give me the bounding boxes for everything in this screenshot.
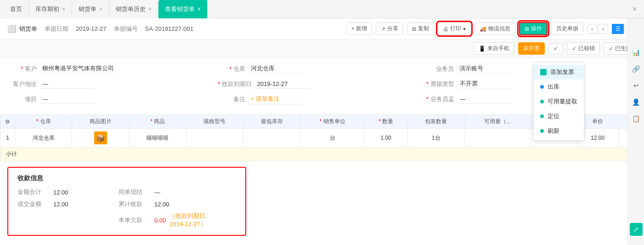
print-button[interactable]: 🖨 打印 ▾ [438,23,471,35]
sidebar-icon-2[interactable]: 🔗 [630,63,643,75]
row-qty: 1.00 [364,129,407,148]
prev-button[interactable]: ‹ [587,24,597,34]
history-button[interactable]: 历史单据 [551,23,583,35]
same-order-item: 同单现结 — [119,188,220,196]
right-sidebar: 📊 🔗 ↩ 👤 📋 ⤢ [627,18,644,245]
payment-grid: 金额合计 12.00 同单现结 — 成交金额 12.00 累计收款 12.00 … [17,188,236,228]
payment-date-field: 收款到期日 2019-12-27 [218,80,426,89]
payment-box: 收款信息 金额合计 12.00 同单现结 — 成交金额 12.00 累计收款 1… [7,167,246,236]
total-amount-item: 金额合计 12.00 [17,188,119,196]
sidebar-expand-button[interactable]: ⤢ [630,223,643,236]
transaction-item: 成交金额 12.00 [17,200,119,208]
col-settings[interactable]: ⚙ [0,115,15,129]
project-field: 项目 — [9,95,218,104]
print-label: 打印 [450,25,461,33]
sidebar-icon-3[interactable]: ↩ [630,79,643,92]
not-opened-button[interactable]: 未开票 [518,42,545,55]
sidebar-icon-1[interactable]: 📊 [630,46,643,59]
ops-button[interactable]: ⊞ 操作 [519,22,548,35]
tab-sales-order[interactable]: 销货单 × [72,0,109,18]
share-button[interactable]: ↗ 分享 [376,23,403,35]
tab-bar: 首页 库存期初 × 销货单 × 销货单历史 × 查看销货单 × × [0,0,644,18]
tab-bar-close[interactable]: × [629,5,640,13]
sidebar-icon-4[interactable]: 👤 [630,96,643,108]
payment-title: 收款信息 [17,174,236,182]
col-pkg-qty: 包装数量 [407,115,464,129]
cumulative-item: 累计收款 12.00 [119,200,220,208]
dropdown-item-available-qty[interactable]: 可用量提取 [534,94,584,109]
new-button[interactable]: + 新增 [346,23,372,35]
tab-sales-order-close[interactable]: × [99,6,102,12]
refresh-label: 刷新 [548,127,559,135]
due-item: 本单欠款 0.00 （收款到期日: 2019-12-27） [119,212,220,228]
staff-value: 演示账号 [457,63,512,74]
customer-label: 客户 [9,65,37,73]
no-value: SA-20191227-001 [145,25,194,32]
row-product: 嘻嘻嘻嘻 [129,129,186,148]
tab-sales-history[interactable]: 销货单历史 × [109,0,158,18]
row-available [464,129,530,148]
ticket-label: 票据类型 [426,80,454,88]
customer-value: 柳州粤港平安气体有限公司 [40,63,117,74]
row-min-stock [243,129,300,148]
warehouse-value: 河北仓库 [248,63,303,74]
next-button[interactable]: › [598,24,608,34]
col-qty: 数量 [364,115,407,129]
row-no: 1 [0,129,15,148]
project-value: — [40,95,95,104]
payment-section: 收款信息 金额合计 12.00 同单现结 — 成交金额 12.00 累计收款 1… [0,161,644,241]
dropdown-item-outbound[interactable]: 出库 [534,80,584,94]
payment-date-label: 收款到期日 [218,80,252,88]
col-available: 可用量（... [464,115,530,129]
from-mobile-button[interactable]: 📱 来自手机 [474,42,514,55]
row-spec [186,129,243,148]
cumulative-value: 12.00 [154,201,169,208]
transaction-label: 成交金额 [17,200,50,208]
logistics-button[interactable]: 🚚 物流信息 [475,23,515,35]
view-list-button[interactable]: ☰ [612,24,624,34]
doc-type-icon: ⬜ [7,24,17,33]
dropdown-item-refresh[interactable]: 刷新 [534,124,584,138]
copy-button[interactable]: ⧉ 复制 [407,23,434,35]
add-invoice-label: 添加发票 [550,68,574,76]
available-qty-label: 可用量提取 [548,97,577,106]
confirm-button[interactable]: ✓ 已核销 [567,42,600,55]
tab-inventory-init[interactable]: 库存期初 × [29,0,72,18]
available-qty-icon [540,100,544,103]
tab-sales-order-label: 销货单 [79,5,96,13]
date-value: 2019-12-27 [76,25,107,32]
tab-home[interactable]: 首页 [4,0,29,18]
ticket-field: 票据类型 不开票 [426,79,635,89]
tab-view-sales[interactable]: 查看销货单 × [158,0,208,18]
tab-inventory-label: 库存期初 [35,5,59,13]
print-dropdown-arrow: ▾ [463,26,466,32]
dropdown-item-locate[interactable]: 定位 [534,109,584,124]
add-remark-button[interactable]: + 添加备注 [248,94,303,104]
staff2-field: 业务员盂 — [426,95,635,104]
col-spec: 规格型号 [186,115,243,129]
col-warehouse: 仓库 [15,115,72,129]
doc-title: ⬜ 销货单 [7,24,37,33]
main-area: ⬜ 销货单 单据日期 2019-12-27 单据编号 SA-20191227-0… [0,18,644,245]
doc-meta: 单据日期 2019-12-27 单据编号 SA-20191227-001 [45,25,193,33]
from-mobile-label: 来自手机 [487,45,509,52]
tab-sales-history-label: 销货单历史 [116,5,146,13]
tab-sales-history-close[interactable]: × [148,6,152,12]
payment-date-value: 2019-12-27 [254,80,310,89]
same-order-value: — [154,189,160,196]
sidebar-icon-5[interactable]: 📋 [630,112,643,125]
tab-view-sales-close[interactable]: × [198,6,201,12]
history-label: 历史单据 [556,25,578,33]
effective-check-icon: ✓ [609,46,613,52]
print-icon: 🖨 [443,26,448,32]
dropdown-item-add-invoice[interactable]: 添加发票 [534,65,584,80]
tab-inventory-close[interactable]: × [62,6,65,12]
warehouse-field: 仓库 河北仓库 [218,63,426,74]
confirm-check-icon: ✓ [572,46,576,52]
check-icon: ✓ [554,46,558,52]
col-image: 商品图片 [72,115,129,129]
confirm-checkbox[interactable]: ✓ [548,43,563,54]
project-label: 项目 [9,95,37,103]
doc-type-label: 销货单 [19,25,37,33]
share-icon: ↗ [381,26,385,32]
